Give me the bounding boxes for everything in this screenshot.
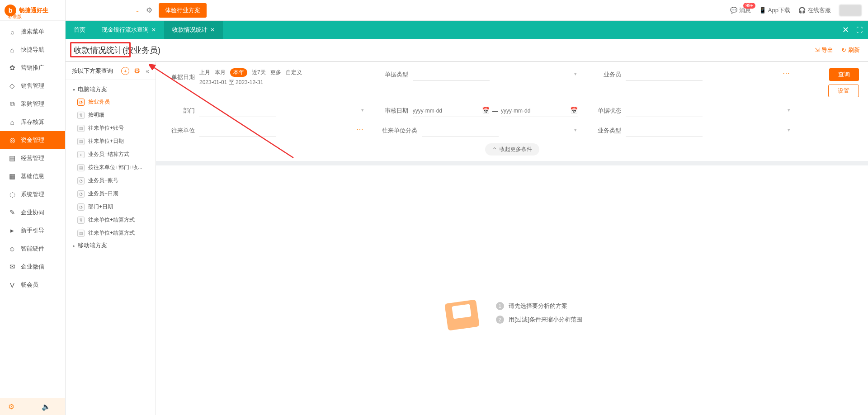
date-range-tabs: 上月本月本年近7天更多自定义	[199, 68, 365, 77]
chevron-down-icon: ▾	[361, 107, 364, 113]
scheme-item[interactable]: ▤往来单位+账号	[72, 122, 156, 135]
date-tab[interactable]: 本月	[215, 69, 226, 76]
scheme-settings-icon[interactable]: ⚙	[133, 67, 141, 75]
doc-status-input[interactable]	[626, 104, 703, 117]
scheme-item[interactable]: ◔部门+日期	[72, 200, 156, 213]
tree-group[interactable]: ▾电脑端方案	[66, 84, 156, 95]
calendar-icon[interactable]: 📅	[482, 107, 490, 114]
salesman-input[interactable]	[626, 68, 703, 81]
filter-partner-category: 往来单位分类 ▾	[378, 124, 578, 137]
nav-label: 经营管理	[21, 154, 44, 162]
collapse-panel-icon[interactable]: «	[146, 67, 149, 75]
doc-type-input[interactable]	[413, 68, 490, 81]
date-tab[interactable]: 自定义	[286, 69, 302, 76]
scheme-item[interactable]: ◔按业务员	[72, 95, 156, 108]
nav-item-11[interactable]: ▸新手引导	[0, 222, 65, 240]
date-tab[interactable]: 近7天	[252, 69, 266, 76]
partner-category-input[interactable]	[422, 124, 499, 137]
fullscreen-icon[interactable]: ⛶	[856, 26, 863, 33]
scheme-item[interactable]: ▤往来单位+结算方式	[72, 226, 156, 240]
nav-item-7[interactable]: ▤经营管理	[0, 149, 65, 167]
sound-icon[interactable]: 🔈	[42, 402, 51, 411]
settings-icon[interactable]: ⚙	[8, 402, 14, 411]
tree-group[interactable]: ▸移动端方案	[66, 240, 156, 251]
scheme-item[interactable]: ◔业务员+日期	[72, 187, 156, 200]
page-header: 收款情况统计(按业务员) ⇲导出 ↻刷新	[66, 39, 868, 61]
nav-icon: ◎	[8, 136, 16, 144]
nav-item-3[interactable]: ◇销售管理	[0, 77, 65, 95]
messages-button[interactable]: 💬 消息 99+	[730, 6, 751, 14]
biz-type-label: 业务类型	[591, 127, 621, 135]
scheme-item-label: 业务员+账号	[88, 177, 118, 184]
audit-date-from[interactable]	[413, 104, 490, 117]
nav-item-13[interactable]: ✉企业微信	[0, 258, 65, 276]
more-icon[interactable]: ⋯	[783, 69, 790, 78]
nav-icon: ☺	[8, 245, 16, 253]
collapse-filters-button[interactable]: ⌃收起更多条件	[485, 143, 539, 156]
nav-item-12[interactable]: ☺智能硬件	[0, 240, 65, 258]
nav-icon: ▸	[8, 226, 16, 235]
nav-label: 库存核算	[21, 118, 44, 126]
trial-button[interactable]: 体验行业方案	[159, 3, 207, 18]
date-tab[interactable]: 上月	[199, 69, 210, 76]
nav-label: 搜索菜单	[21, 28, 44, 36]
scheme-item-icon: ▤	[77, 164, 85, 171]
gear-icon[interactable]: ⚙	[146, 6, 152, 14]
avatar[interactable]	[839, 5, 862, 16]
nav-icon: ⌕	[8, 28, 16, 36]
scheme-item-icon: ⇅	[77, 112, 85, 119]
nav-label: 系统管理	[21, 190, 44, 198]
scheme-item[interactable]: ⇅按明细	[72, 108, 156, 122]
close-all-tabs-icon[interactable]: ✕	[842, 25, 849, 35]
scheme-item-icon: ▤	[77, 138, 85, 145]
nav-label: 资金管理	[21, 136, 44, 144]
filter-dept: 部门 ▾	[165, 104, 365, 117]
add-scheme-icon[interactable]: +	[121, 67, 129, 75]
partner-input[interactable]	[199, 124, 276, 137]
tab[interactable]: 收款情况统计✕	[164, 21, 223, 39]
nav-item-9[interactable]: ◌系统管理	[0, 185, 65, 203]
nav-item-5[interactable]: ⌂库存核算	[0, 113, 65, 131]
audit-date-to[interactable]	[501, 104, 578, 117]
nav-icon: ⌂	[8, 46, 16, 54]
scheme-item[interactable]: ▤往来单位+日期	[72, 135, 156, 148]
caret-icon: ▾	[73, 87, 75, 92]
nav-item-1[interactable]: ⌂快捷导航	[0, 41, 65, 59]
nav-item-8[interactable]: ▦基础信息	[0, 167, 65, 185]
close-icon[interactable]: ✕	[210, 27, 215, 33]
dept-input[interactable]	[199, 104, 276, 117]
scheme-item-label: 业务员+日期	[88, 190, 118, 198]
chevron-down-icon: ▾	[574, 127, 577, 133]
company-dropdown-icon[interactable]: ⌄	[135, 7, 140, 14]
biz-type-input[interactable]	[626, 124, 703, 137]
scheme-item[interactable]: ◔业务员+账号	[72, 174, 156, 187]
tab-label: 首页	[74, 26, 85, 34]
scheme-item[interactable]: ⇅往来单位+结算方式	[72, 213, 156, 226]
salesman-label: 业务员	[591, 71, 621, 79]
nav-item-6[interactable]: ◎资金管理	[0, 131, 65, 149]
settings-button[interactable]: 设置	[828, 85, 859, 97]
nav-item-14[interactable]: V畅会员	[0, 276, 65, 294]
tab[interactable]: 现金银行流水查询✕	[94, 21, 164, 39]
query-button[interactable]: 查询	[829, 68, 859, 81]
brand-edition: 标准版	[8, 14, 22, 20]
nav-item-10[interactable]: ✎企业协同	[0, 203, 65, 222]
scheme-item[interactable]: ▤按往来单位+部门+收...	[72, 161, 156, 174]
caret-icon: ▸	[73, 243, 75, 248]
nav-item-0[interactable]: ⌕搜索菜单	[0, 23, 65, 41]
nav-item-4[interactable]: ⧉采购管理	[0, 95, 65, 113]
app-download-label: App下载	[768, 6, 790, 14]
calendar-icon[interactable]: 📅	[570, 107, 578, 114]
date-tab[interactable]: 更多	[270, 69, 281, 76]
close-icon[interactable]: ✕	[151, 27, 156, 33]
tab[interactable]: 首页	[66, 21, 94, 39]
nav-item-2[interactable]: ✿营销推广	[0, 59, 65, 77]
more-icon[interactable]: ⋯	[356, 125, 364, 134]
export-button[interactable]: ⇲导出	[815, 46, 833, 54]
online-service-button[interactable]: 🎧 在线客服	[798, 6, 831, 14]
app-download-button[interactable]: 📱 App下载	[759, 6, 790, 14]
scheme-item-label: 按往来单位+部门+收...	[88, 164, 142, 171]
date-tab[interactable]: 本年	[230, 68, 247, 77]
scheme-item[interactable]: ⫾业务员+结算方式	[72, 148, 156, 161]
refresh-button[interactable]: ↻刷新	[841, 46, 860, 54]
